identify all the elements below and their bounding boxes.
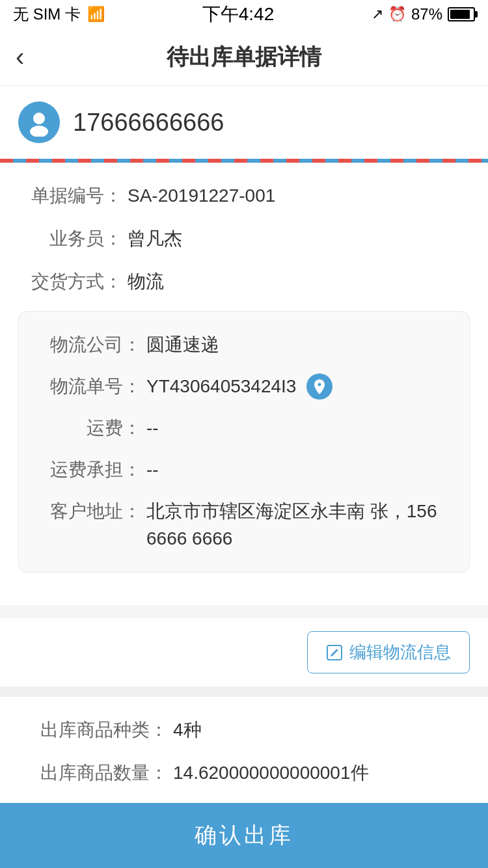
freight-row: 运费： -- xyxy=(37,414,451,442)
goods-quantity-row: 出库商品数量： 14.620000000000001件 xyxy=(18,759,470,787)
freight-label: 运费： xyxy=(37,414,141,442)
customer-phone: 17666666666 xyxy=(73,109,224,137)
content-area: 17666666666 单据编号： SA-20191227-001 业务员： 曾… xyxy=(0,86,488,868)
delivery-method-row: 交货方式： 物流 xyxy=(18,268,470,295)
svg-point-0 xyxy=(33,113,45,124)
edit-icon xyxy=(326,644,343,661)
address-value: 北京市市辖区海淀区永丰南 张，156 6666 6666 xyxy=(141,498,451,552)
edit-btn-row: 编辑物流信息 xyxy=(0,618,488,686)
location-status-icon: ↗ xyxy=(372,6,383,23)
tracking-number-value: YT43064053424I3 xyxy=(141,373,451,400)
confirm-button-label: 确认出库 xyxy=(195,821,293,850)
salesperson-label: 业务员： xyxy=(18,225,122,252)
tracking-row: YT43064053424I3 xyxy=(146,373,451,400)
freight-value: -- xyxy=(141,414,451,442)
doc-number-value: SA-20191227-001 xyxy=(122,182,470,210)
tracking-value: YT43064053424I3 xyxy=(146,373,296,400)
confirm-bar[interactable]: 确认出库 xyxy=(0,803,488,868)
avatar xyxy=(18,102,60,143)
battery-icon xyxy=(448,7,475,21)
page-title: 待出库单据详情 xyxy=(167,42,321,72)
status-right: ↗ ⏰ 87% xyxy=(372,5,475,23)
svg-point-1 xyxy=(30,126,48,137)
logistics-company-label: 物流公司： xyxy=(37,331,141,359)
status-left: 无 SIM 卡 📶 xyxy=(13,4,105,25)
location-pin-icon[interactable] xyxy=(306,373,332,400)
customer-card: 17666666666 xyxy=(0,86,488,159)
basic-info-section: 单据编号： SA-20191227-001 业务员： 曾凡杰 交货方式： 物流 … xyxy=(0,163,488,605)
freight-bearer-row: 运费承担： -- xyxy=(37,456,451,483)
clock-icon: ⏰ xyxy=(388,6,406,23)
carrier-text: 无 SIM 卡 xyxy=(13,4,81,25)
back-button[interactable]: ‹ xyxy=(16,42,24,72)
address-label: 客户地址： xyxy=(37,498,141,525)
delivery-method-value: 物流 xyxy=(122,268,470,295)
tracking-number-label: 物流单号： xyxy=(37,373,141,400)
goods-type-row: 出库商品种类： 4种 xyxy=(18,716,470,744)
address-row: 客户地址： 北京市市辖区海淀区永丰南 张，156 6666 6666 xyxy=(37,498,451,552)
logistics-company-value: 圆通速递 xyxy=(141,331,451,359)
user-avatar-icon xyxy=(25,108,53,137)
edit-logistics-label: 编辑物流信息 xyxy=(349,641,451,664)
goods-type-value: 4种 xyxy=(168,716,470,744)
logistics-card: 物流公司： 圆通速递 物流单号： YT43064053424I3 xyxy=(18,311,470,573)
edit-logistics-button[interactable]: 编辑物流信息 xyxy=(307,631,470,673)
wifi-icon: 📶 xyxy=(87,6,105,23)
doc-number-label: 单据编号： xyxy=(18,182,122,210)
nav-bar: ‹ 待出库单据详情 xyxy=(0,29,488,86)
logistics-company-row: 物流公司： 圆通速递 xyxy=(37,331,451,359)
freight-bearer-value: -- xyxy=(141,456,451,483)
freight-bearer-label: 运费承担： xyxy=(37,456,141,483)
goods-quantity-label: 出库商品数量： xyxy=(18,759,168,787)
section-divider xyxy=(0,686,488,697)
status-time: 下午4:42 xyxy=(202,2,275,27)
battery-text: 87% xyxy=(411,5,442,23)
status-bar: 无 SIM 卡 📶 下午4:42 ↗ ⏰ 87% xyxy=(0,0,488,29)
salesperson-row: 业务员： 曾凡杰 xyxy=(18,225,470,252)
delivery-method-label: 交货方式： xyxy=(18,268,122,295)
doc-number-row: 单据编号： SA-20191227-001 xyxy=(18,182,470,210)
goods-type-label: 出库商品种类： xyxy=(18,716,168,744)
tracking-number-row: 物流单号： YT43064053424I3 xyxy=(37,373,451,400)
goods-section: 出库商品种类： 4种 出库商品数量： 14.620000000000001件 xyxy=(0,697,488,800)
salesperson-value: 曾凡杰 xyxy=(122,225,470,252)
goods-quantity-value: 14.620000000000001件 xyxy=(168,759,470,787)
